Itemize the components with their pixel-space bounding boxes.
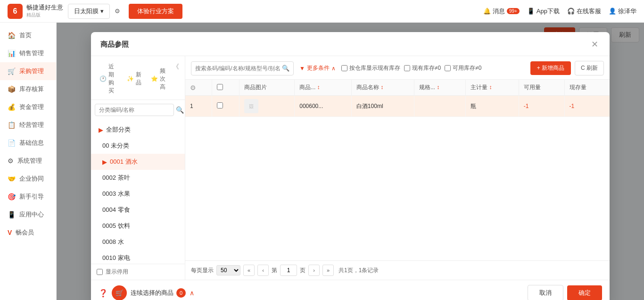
- product-search-bar: 🔍: [191, 61, 294, 75]
- left-panel: 🕐 近期购买 ✨ 新品 ⭐ 频次高 《: [91, 56, 185, 280]
- refresh-table-button[interactable]: C 刷新: [575, 61, 604, 75]
- sidebar-item-member[interactable]: V 畅会员: [0, 224, 56, 242]
- th-unit: 主计量 ↕: [466, 80, 519, 96]
- online-service[interactable]: 🎧 在线客服: [567, 7, 601, 16]
- filter-usable-checkbox[interactable]: [445, 65, 451, 71]
- category-item-0002[interactable]: 0002 茶叶: [91, 170, 185, 186]
- bell-icon: 🔔: [483, 8, 491, 15]
- logo-icon: 6: [8, 4, 23, 19]
- product-table: ⚙ 商品图片 商品... ↕ 商品名称 ↕ 规格... ↕: [185, 80, 610, 117]
- gear-button[interactable]: ⚙: [110, 4, 125, 19]
- exp-button[interactable]: 体验行业方案: [129, 4, 182, 19]
- td-stock: -1: [564, 96, 610, 117]
- help-icon[interactable]: ❓: [99, 289, 108, 298]
- category-search-input[interactable]: [95, 104, 174, 116]
- product-thumbnail: 🖼: [244, 99, 258, 113]
- modal-body: 🕐 近期购买 ✨ 新品 ⭐ 频次高 《: [91, 56, 610, 280]
- top-nav: 6 畅捷通好生意 精品版 日太阳膜 ▾ ⚙ 体验行业方案 🔔 消息 99+ 📱 …: [0, 0, 644, 23]
- category-item-0003[interactable]: 0003 水果: [91, 186, 185, 202]
- prev-page-button[interactable]: ‹: [257, 265, 269, 276]
- brand-name: 畅捷通好生意: [26, 4, 63, 12]
- continuous-select-label: 连续选择的商品: [131, 289, 173, 297]
- sidebar-item-guide[interactable]: 🎯 新手引导: [0, 188, 56, 206]
- sidebar-item-business[interactable]: 📋 经营管理: [0, 116, 56, 134]
- sidebar-item-label: 新手引导: [19, 192, 44, 201]
- category-item-all[interactable]: ▶ 全部分类: [91, 122, 185, 138]
- tab-recent[interactable]: 🕐 近期购买: [95, 60, 122, 98]
- table-toolbar: 🔍 ▼ 更多条件 ∧ 按仓库显示现有库存: [185, 56, 610, 80]
- category-item-0010[interactable]: 0010 家电: [91, 250, 185, 264]
- category-item-0005[interactable]: 0005 饮料: [91, 218, 185, 234]
- show-disabled-checkbox[interactable]: [97, 269, 103, 275]
- category-item-00[interactable]: 00 未分类: [91, 138, 185, 154]
- show-disabled-area: 显示停用: [91, 264, 185, 280]
- sidebar-item-purchase[interactable]: 🛒 采购管理: [0, 62, 56, 80]
- sidebar-item-finance[interactable]: 💰 资金管理: [0, 98, 56, 116]
- category-label: 全部分类: [106, 125, 131, 134]
- th-code: 商品... ↕: [295, 80, 352, 96]
- add-product-button[interactable]: + 新增商品: [530, 61, 571, 75]
- new-icon: ✨: [127, 75, 134, 82]
- first-page-button[interactable]: «: [243, 265, 255, 276]
- inventory-icon: 📦: [8, 85, 16, 93]
- filter-warehouse-checkbox[interactable]: [341, 65, 347, 71]
- sidebar-item-label: 经营管理: [19, 121, 44, 129]
- selected-count-badge: 0: [176, 288, 186, 298]
- cancel-button[interactable]: 取消: [528, 285, 563, 300]
- product-search-input[interactable]: [195, 65, 280, 72]
- tab-frequent[interactable]: ⭐ 频次高: [146, 60, 171, 98]
- category-search-button[interactable]: 🔍: [176, 106, 184, 114]
- tab-new[interactable]: ✨ 新品: [122, 60, 146, 98]
- business-icon: 📋: [8, 121, 16, 129]
- select-all-checkbox[interactable]: [217, 84, 223, 90]
- modal-close-button[interactable]: ✕: [589, 39, 600, 50]
- sidebar-item-home[interactable]: 🏠 首页: [0, 26, 56, 44]
- category-label: 0008 水: [102, 238, 124, 246]
- sidebar-item-inventory[interactable]: 📦 库存核算: [0, 80, 56, 98]
- table-row[interactable]: 1 🖼: [185, 96, 610, 117]
- sidebar-item-system[interactable]: ⚙ 系统管理: [0, 152, 56, 170]
- sidebar-item-sales[interactable]: 📊 销售管理: [0, 44, 56, 62]
- category-item-0001[interactable]: ▶ 0001 酒水: [91, 154, 185, 170]
- sidebar-item-basic[interactable]: 📄 基础信息: [0, 134, 56, 152]
- notifications[interactable]: 🔔 消息 99+: [483, 7, 520, 16]
- th-checkbox: [212, 80, 239, 96]
- guide-icon: 🎯: [8, 193, 16, 200]
- page-number-input[interactable]: [280, 265, 297, 276]
- brand-sub: 精品版: [26, 12, 63, 18]
- th-name: 商品名称 ↕: [351, 80, 414, 96]
- column-settings-icon[interactable]: ⚙: [190, 84, 196, 92]
- search-icon: 🔍: [282, 65, 289, 72]
- right-panel: 🔍 ▼ 更多条件 ∧ 按仓库显示现有库存: [185, 56, 610, 280]
- more-filter-button[interactable]: ▼ 更多条件 ∧: [297, 64, 338, 72]
- sidebar-item-apps[interactable]: 📱 应用中心: [0, 206, 56, 224]
- app-download-label: App下载: [537, 7, 560, 16]
- next-page-button[interactable]: ›: [308, 265, 320, 276]
- sales-icon: 📊: [8, 50, 16, 57]
- row-checkbox[interactable]: [217, 102, 223, 108]
- system-icon: ⚙: [8, 157, 14, 165]
- last-page-button[interactable]: »: [322, 265, 334, 276]
- user-profile[interactable]: 👤 徐泽华: [609, 7, 636, 16]
- sidebar-item-collab[interactable]: 🤝 企业协同: [0, 170, 56, 188]
- filter-available-checkbox[interactable]: [404, 65, 410, 71]
- category-search-area: 🔍: [91, 100, 185, 120]
- logo-area: 6 畅捷通好生意 精品版: [8, 4, 64, 19]
- category-item-0004[interactable]: 0004 零食: [91, 202, 185, 218]
- filter-usable-ne0[interactable]: 可用库存≠0: [445, 64, 481, 72]
- per-page-select[interactable]: 50 20 100: [216, 265, 240, 275]
- star-icon: ⭐: [151, 75, 158, 82]
- confirm-button[interactable]: 确定: [567, 285, 602, 300]
- category-label: 0010 家电: [102, 254, 130, 262]
- category-label: 0005 饮料: [102, 222, 130, 230]
- purchase-icon: 🛒: [8, 67, 16, 75]
- collapse-left-button[interactable]: 《: [171, 60, 181, 98]
- cart-button[interactable]: 🛒: [112, 285, 127, 300]
- app-download[interactable]: 📱 App下载: [527, 7, 560, 16]
- notifications-badge: 99+: [507, 8, 520, 14]
- filter-available-ne0[interactable]: 现有库存≠0: [404, 64, 441, 72]
- nav-selector[interactable]: 日太阳膜 ▾: [68, 4, 110, 19]
- filter-by-warehouse[interactable]: 按仓库显示现有库存: [341, 64, 400, 72]
- collapse-footer-icon[interactable]: ∧: [190, 289, 194, 297]
- category-item-0008[interactable]: 0008 水: [91, 234, 185, 250]
